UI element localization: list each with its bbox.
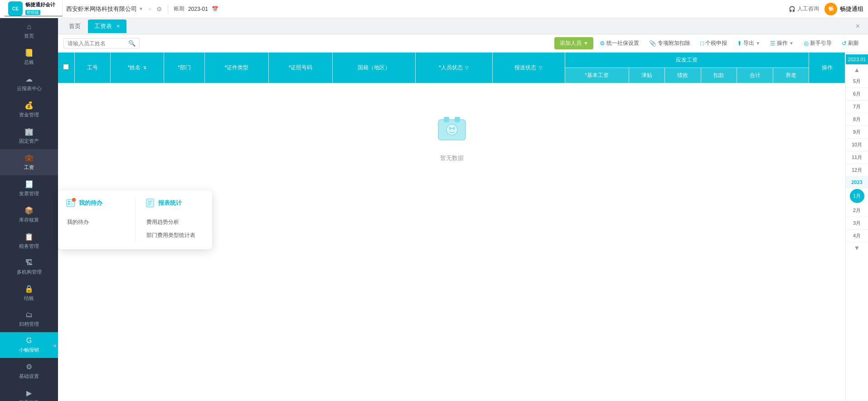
tab-list-close-icon[interactable]: × bbox=[852, 22, 863, 30]
timeline-current: 2023.01 bbox=[848, 57, 866, 62]
sidebar-icon-ledger: 📒 bbox=[24, 48, 34, 57]
timeline-month-item[interactable]: 8月 bbox=[846, 113, 868, 126]
sidebar-label-tax: 税务管理 bbox=[19, 243, 39, 250]
salary-group-th: 应发工资 bbox=[565, 53, 809, 68]
operation-icon: ☰ bbox=[770, 40, 776, 47]
popup-expense-trend-item[interactable]: 费用趋势分析 bbox=[145, 216, 205, 229]
sidebar-item-ledger[interactable]: 📒总账 bbox=[0, 44, 58, 70]
refresh-btn[interactable]: ↺ 刷新 bbox=[838, 38, 863, 49]
sidebar-item-invoice[interactable]: 🧾发票管理 bbox=[0, 175, 58, 202]
sidebar-item-salary[interactable]: 💼工资 bbox=[0, 149, 58, 175]
svg-point-8 bbox=[68, 203, 70, 205]
sidebar-nav: ⌂首页📒总账☁云报表中心💰资金管理🏢固定资产💼工资🧾发票管理📦库存核算📋税务管理… bbox=[0, 18, 58, 401]
sidebar-item-cloud-report[interactable]: ☁云报表中心 bbox=[0, 70, 58, 97]
sidebar-item-basic[interactable]: ⚙基础设置 bbox=[0, 358, 58, 384]
user-area[interactable]: 畅 畅捷通组 bbox=[824, 3, 863, 15]
popup-my-pending-item[interactable]: 我的待办 bbox=[65, 216, 126, 229]
pending-icon: ! bbox=[65, 198, 76, 208]
timeline-month-item[interactable]: 2023 bbox=[846, 177, 868, 188]
add-person-button[interactable]: 添加人员 ▼ bbox=[554, 37, 593, 49]
pension-th: 养老 bbox=[773, 68, 809, 83]
sidebar-icon-invoice: 🧾 bbox=[24, 180, 34, 188]
sidebar-icon-archive: 🗂 bbox=[25, 311, 33, 319]
report-filter-icon[interactable]: ▽ bbox=[539, 65, 543, 70]
id-type-th: *证件类型 bbox=[204, 53, 268, 83]
social-security-btn[interactable]: ⚙ 统一社保设置 bbox=[596, 38, 643, 49]
timeline-month-item[interactable]: 11月 bbox=[846, 151, 868, 164]
app-name: 畅捷通好会计 bbox=[25, 1, 55, 8]
timeline-up-btn[interactable]: ▲ bbox=[846, 64, 868, 75]
salary-table: 工号 *姓名 ⇅ *部门 *证件类型 *证照号码 国籍（地区） *人员状态 ▽ … bbox=[58, 53, 845, 83]
sidebar-label-close: 结账 bbox=[24, 295, 34, 302]
sidebar-icon-basic: ⚙ bbox=[26, 362, 32, 371]
calendar-icon[interactable]: 📅 bbox=[212, 6, 218, 12]
sidebar-item-tax[interactable]: 📋税务管理 bbox=[0, 228, 58, 254]
timeline-month-item[interactable]: 5月 bbox=[846, 75, 868, 88]
support-button[interactable]: 🎧 人工咨询 bbox=[789, 5, 819, 13]
timeline-month-item[interactable]: 4月 bbox=[846, 230, 868, 242]
export-icon: ⬆ bbox=[737, 40, 742, 47]
empty-icon bbox=[434, 111, 470, 147]
sidebar-label-xiao-chong: 小畅报销 bbox=[19, 347, 39, 353]
sidebar-icon-home: ⌂ bbox=[27, 23, 31, 31]
operation-btn[interactable]: ☰ 操作 ▼ bbox=[766, 38, 797, 49]
sidebar-label-ledger: 总账 bbox=[24, 59, 34, 66]
sidebar-item-funds[interactable]: 💰资金管理 bbox=[0, 97, 58, 123]
sidebar-item-xiao-chong[interactable]: G小畅报销◀ bbox=[0, 332, 58, 358]
timeline-month-item[interactable]: 12月 bbox=[846, 164, 868, 177]
sidebar-item-home[interactable]: ⌂首页 bbox=[0, 18, 58, 44]
svg-rect-1 bbox=[444, 117, 449, 122]
dept-th: *部门 bbox=[164, 53, 205, 83]
timeline-month-item[interactable]: 3月 bbox=[846, 217, 868, 230]
export-btn[interactable]: ⬆ 导出 ▼ bbox=[733, 38, 764, 49]
refresh-icon: ↺ bbox=[842, 40, 847, 47]
sidebar-item-multi-org[interactable]: 🏗多机构管理 bbox=[0, 254, 58, 280]
sidebar-label-fixed-assets: 固定资产 bbox=[19, 138, 39, 145]
name-sort-icon[interactable]: ⇅ bbox=[143, 66, 147, 70]
tax-report-btn[interactable]: □ 个税申报 bbox=[697, 38, 731, 49]
settings-icon[interactable]: ⚙ bbox=[156, 5, 162, 13]
sidebar-item-fixed-assets[interactable]: 🏢固定资产 bbox=[0, 123, 58, 149]
tab-bar: 首页 工资表 × × bbox=[58, 18, 868, 34]
ops-th: 操作 bbox=[809, 53, 845, 83]
popup-pending-header: ! 我的待办 bbox=[65, 198, 126, 211]
avatar-text: 畅 bbox=[829, 5, 834, 12]
timeline-down-btn[interactable]: ▼ bbox=[846, 242, 868, 253]
sidebar-label-cloud-report: 云报表中心 bbox=[17, 85, 42, 92]
sidebar-item-inventory[interactable]: 📦库存核算 bbox=[0, 202, 58, 228]
popup-dept-expense-item[interactable]: 部门费用类型统计表 bbox=[145, 229, 205, 242]
logo-area: CE 畅捷通好会计 财税版 bbox=[5, 1, 63, 16]
tab-home[interactable]: 首页 bbox=[63, 19, 87, 33]
timeline-months: 5月6月7月8月9月10月11月12月20231月2月3月4月 bbox=[846, 75, 868, 242]
svg-rect-16 bbox=[148, 204, 150, 205]
new-guide-btn[interactable]: ◎ 新手引导 bbox=[800, 38, 835, 49]
tab-close-icon[interactable]: × bbox=[116, 23, 120, 29]
sidebar-icon-fixed-assets: 🏢 bbox=[24, 127, 34, 136]
company-selector[interactable]: 西安虾米网络科技有限公司 ▼ bbox=[66, 5, 143, 13]
period-value: 2023-01 bbox=[188, 6, 208, 12]
timeline-month-item[interactable]: 6月 bbox=[846, 88, 868, 101]
search-input[interactable] bbox=[68, 40, 126, 47]
svg-point-5 bbox=[453, 127, 455, 129]
select-all-checkbox[interactable] bbox=[63, 64, 69, 70]
timeline-month-item[interactable]: 1月 bbox=[850, 189, 864, 203]
app-logo-icon: CE bbox=[8, 1, 23, 16]
deduction-btn[interactable]: 📎 专项附加扣除 bbox=[645, 38, 694, 49]
operation-label: 操作 bbox=[777, 39, 788, 47]
tab-salary[interactable]: 工资表 × bbox=[88, 19, 126, 33]
sidebar-item-guide[interactable]: ▶新手引导 bbox=[0, 384, 58, 401]
timeline-month-item[interactable]: 10月 bbox=[846, 139, 868, 151]
status-filter-icon[interactable]: ▽ bbox=[465, 65, 469, 70]
sidebar-item-close[interactable]: 🔒结账 bbox=[0, 280, 58, 306]
deduction-icon: 📎 bbox=[649, 40, 656, 47]
user-avatar: 畅 bbox=[824, 3, 837, 15]
app-edition: 财税版 bbox=[25, 10, 40, 15]
sidebar-icon-salary: 💼 bbox=[24, 154, 34, 162]
sidebar-item-archive[interactable]: 🗂归档管理 bbox=[0, 306, 58, 332]
timeline-month-item[interactable]: 2月 bbox=[846, 204, 868, 217]
timeline-month-item[interactable]: 7月 bbox=[846, 101, 868, 113]
add-company-icon[interactable]: ＋ bbox=[147, 5, 153, 13]
social-security-icon: ⚙ bbox=[600, 40, 605, 47]
timeline-month-item[interactable]: 9月 bbox=[846, 126, 868, 139]
svg-point-3 bbox=[446, 124, 457, 135]
